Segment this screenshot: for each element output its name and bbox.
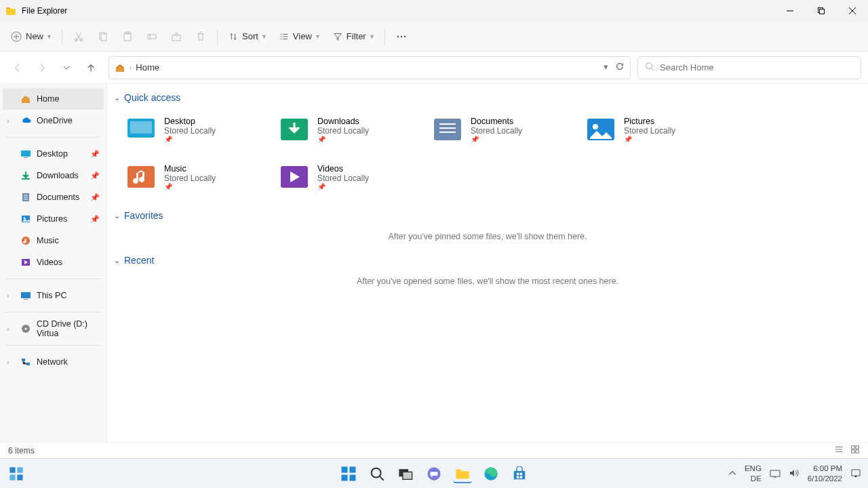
sidebar-item-label: Music	[37, 236, 59, 245]
item-subtitle: Stored Locally	[164, 174, 216, 183]
quickaccess-item[interactable]: DownloadsStored Locally📌	[279, 108, 427, 150]
view-button[interactable]: View ▾	[274, 25, 325, 48]
app-icon	[5, 5, 16, 16]
chevron-right-icon[interactable]: ›	[7, 359, 9, 366]
folder-icon	[126, 163, 156, 190]
lang-secondary: DE	[745, 474, 762, 483]
path-segment[interactable]: Home	[136, 62, 159, 73]
chevron-down-icon[interactable]: ▾	[604, 62, 608, 73]
new-button[interactable]: New ▾	[5, 25, 56, 48]
chevron-down-icon: ▾	[47, 33, 51, 40]
chevron-down-icon: ▾	[370, 33, 374, 40]
sidebar-item-music[interactable]: Music	[0, 230, 106, 251]
quickaccess-item[interactable]: VideosStored Locally📌	[279, 156, 427, 198]
store-button[interactable]	[510, 464, 529, 483]
svg-point-12	[401, 35, 402, 37]
search-input[interactable]	[660, 62, 854, 73]
path-box[interactable]: › Home ▾	[108, 56, 631, 79]
delete-button[interactable]	[190, 25, 212, 48]
details-view-button[interactable]	[834, 445, 844, 456]
sidebar-item-label: Pictures	[37, 214, 67, 224]
sidebar-item-pictures[interactable]: Pictures 📌	[0, 208, 106, 230]
quickaccess-item[interactable]: DocumentsStored Locally📌	[433, 108, 580, 150]
recent-locations-button[interactable]	[56, 57, 77, 79]
folder-icon	[126, 116, 156, 143]
item-subtitle: Stored Locally	[624, 126, 675, 136]
close-button[interactable]	[837, 0, 868, 22]
svg-rect-38	[856, 446, 859, 449]
separator	[217, 28, 218, 45]
sidebar-item-network[interactable]: › Network	[0, 351, 106, 373]
quickaccess-item[interactable]: PicturesStored Locally📌	[586, 108, 734, 150]
volume-icon[interactable]	[789, 468, 800, 480]
svg-rect-35	[127, 166, 155, 188]
copy-button[interactable]	[92, 25, 114, 48]
item-name: Documents	[471, 117, 522, 126]
sidebar-item-desktop[interactable]: Desktop 📌	[0, 143, 106, 165]
section-header-quickaccess[interactable]: ⌄ Quick access	[114, 92, 861, 103]
up-button[interactable]	[80, 57, 102, 79]
minimize-button[interactable]	[774, 0, 806, 22]
svg-rect-32	[434, 119, 461, 140]
edge-button[interactable]	[481, 464, 500, 483]
quickaccess-item[interactable]: MusicStored Locally📌	[126, 156, 274, 198]
toolbar: New ▾ Sort ▾ View ▾ Filter ▾	[0, 22, 868, 52]
explorer-taskbar-button[interactable]	[453, 464, 472, 483]
thumbnails-view-button[interactable]	[850, 445, 860, 456]
tray-chevron-button[interactable]	[728, 469, 736, 479]
sort-button[interactable]: Sort ▾	[223, 25, 271, 48]
svg-point-4	[80, 39, 83, 41]
back-button[interactable]	[7, 57, 28, 79]
more-button[interactable]	[391, 25, 412, 48]
chevron-right-icon[interactable]: ›	[7, 325, 9, 333]
svg-rect-46	[350, 466, 356, 472]
sidebar-item-downloads[interactable]: Downloads 📌	[0, 165, 106, 186]
separator	[384, 28, 385, 45]
maximize-button[interactable]	[806, 0, 837, 22]
chat-button[interactable]	[425, 464, 443, 483]
sidebar-item-cddrive[interactable]: › CD Drive (D:) Virtua	[0, 318, 106, 340]
rename-button[interactable]	[141, 25, 163, 48]
taskview-button[interactable]	[396, 464, 415, 483]
chevron-down-icon: ▾	[316, 33, 319, 40]
svg-rect-58	[520, 476, 522, 478]
sidebar-item-documents[interactable]: Documents 📌	[0, 186, 106, 208]
network-icon[interactable]	[770, 468, 781, 480]
forward-button[interactable]	[31, 57, 53, 79]
sidebar-item-videos[interactable]: Videos	[0, 251, 106, 273]
pin-icon: 📌	[90, 150, 100, 159]
cut-button[interactable]	[68, 25, 90, 48]
start-button[interactable]	[339, 464, 358, 483]
sidebar-item-home[interactable]: Home	[3, 88, 104, 110]
chevron-right-icon[interactable]: ›	[7, 117, 9, 125]
section-title: Favorites	[124, 210, 163, 221]
chevron-right-icon[interactable]: ›	[7, 292, 9, 300]
sidebar-item-label: Home	[37, 94, 59, 104]
section-header-recent[interactable]: ⌄ Recent	[114, 255, 861, 266]
filter-button[interactable]: Filter ▾	[328, 25, 379, 48]
notifications-button[interactable]	[850, 468, 861, 480]
svg-rect-48	[350, 474, 356, 481]
item-subtitle: Stored Locally	[471, 126, 522, 136]
refresh-button[interactable]	[615, 62, 625, 73]
share-button[interactable]	[165, 25, 187, 48]
svg-rect-60	[852, 470, 860, 476]
widgets-button[interactable]	[7, 464, 26, 483]
address-bar: › Home ▾	[0, 52, 868, 84]
chevron-down-icon: ⌄	[114, 256, 120, 265]
language-indicator[interactable]: ENG DE	[745, 464, 762, 483]
sidebar-item-onedrive[interactable]: › OneDrive	[0, 110, 106, 131]
folder-icon	[279, 116, 309, 143]
svg-rect-54	[514, 470, 526, 479]
quickaccess-item[interactable]: DesktopStored Locally📌	[126, 108, 274, 150]
folder-icon	[586, 116, 616, 143]
search-button[interactable]	[368, 464, 387, 483]
paste-button[interactable]	[117, 25, 138, 48]
search-box[interactable]	[637, 56, 861, 79]
section-title: Recent	[124, 255, 154, 266]
sidebar-item-thispc[interactable]: › This PC	[0, 285, 106, 306]
item-subtitle: Stored Locally	[317, 126, 369, 136]
datetime[interactable]: 6:00 PM 6/10/2022	[808, 464, 842, 483]
section-header-favorites[interactable]: ⌄ Favorites	[114, 210, 861, 221]
section-title: Quick access	[124, 92, 180, 103]
